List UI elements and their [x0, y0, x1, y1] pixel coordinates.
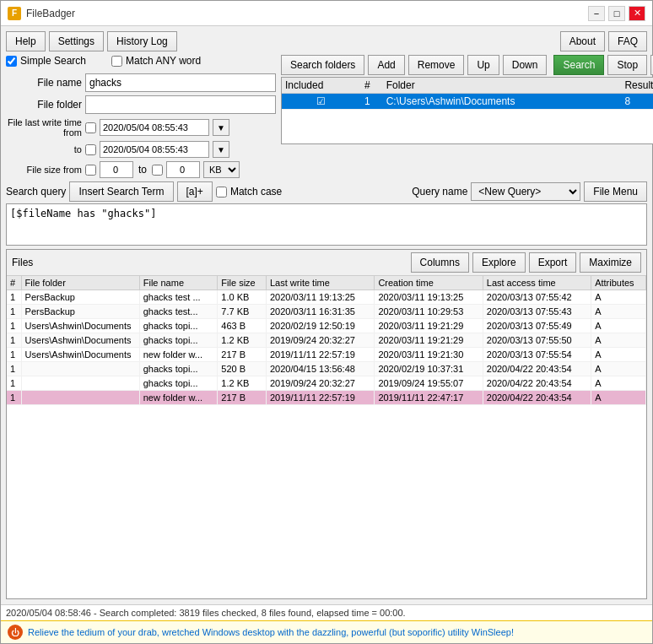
- table-row[interactable]: 1new folder w...217 B2019/11/11 22:57:19…: [7, 391, 646, 405]
- table-cell: [21, 362, 139, 376]
- simple-search-checkbox[interactable]: [6, 56, 17, 67]
- filefolder-row: File folder: [6, 95, 276, 114]
- table-cell: 1: [7, 319, 21, 333]
- filesize-from-checkbox[interactable]: [85, 165, 96, 176]
- search-button[interactable]: Search: [553, 55, 604, 75]
- table-cell: PersBackup: [21, 305, 139, 319]
- table-row[interactable]: 1Users\Ashwin\Documentsghacks topi...1.2…: [7, 333, 646, 348]
- query-name-select[interactable]: <New Query>: [471, 182, 580, 201]
- table-cell: A: [591, 305, 646, 319]
- file-menu-button[interactable]: File Menu: [584, 181, 647, 202]
- table-cell: A: [591, 290, 646, 305]
- table-cell: 520 B: [218, 362, 267, 376]
- search-folders-button[interactable]: Search folders: [281, 55, 364, 75]
- filefolder-input[interactable]: [85, 95, 276, 114]
- lastwrite-to-cal-button[interactable]: ▼: [213, 141, 229, 158]
- app-icon: F: [8, 7, 21, 20]
- folder-section: Search folders Add Remove Up Down Search…: [281, 55, 653, 144]
- table-cell: 463 B: [218, 319, 267, 333]
- filename-input[interactable]: [85, 73, 276, 92]
- table-cell: A: [591, 319, 646, 333]
- down-button[interactable]: Down: [503, 55, 548, 75]
- table-row[interactable]: 1Users\Ashwin\Documentsghacks topi...463…: [7, 319, 646, 333]
- about-button[interactable]: About: [560, 31, 605, 51]
- table-row[interactable]: 1ghacks topi...520 B2020/04/15 13:56:482…: [7, 362, 646, 376]
- filesize-to-label: to: [138, 164, 147, 176]
- table-row[interactable]: 1ghacks topi...1.2 KB2019/09/24 20:32:27…: [7, 376, 646, 391]
- table-cell: ghacks topi...: [139, 376, 218, 391]
- explore-button[interactable]: Explore: [472, 252, 526, 273]
- lastwrite-from-checkbox[interactable]: [85, 122, 96, 133]
- table-cell: [21, 376, 139, 391]
- lastwrite-from-cal-button[interactable]: ▼: [213, 119, 229, 136]
- help-button[interactable]: Help: [6, 31, 46, 51]
- query-textarea[interactable]: [$fileName has "ghacks"]: [6, 203, 647, 246]
- regex-button[interactable]: [a]+: [177, 181, 213, 202]
- match-any-row: Match ANY word: [111, 55, 201, 67]
- table-cell: Users\Ashwin\Documents: [21, 319, 139, 333]
- columns-button[interactable]: Columns: [411, 252, 469, 273]
- filesize-to-input[interactable]: [166, 161, 200, 178]
- faq-button[interactable]: FAQ: [608, 31, 647, 51]
- lastwrite-to-input[interactable]: [100, 141, 209, 158]
- table-cell: PersBackup: [21, 290, 139, 305]
- lastwrite-to-checkbox[interactable]: [85, 144, 96, 155]
- filesize-to-checkbox[interactable]: [152, 165, 163, 176]
- table-cell: 1: [7, 362, 21, 376]
- files-header: Files Columns Explore Export Maximize: [7, 250, 646, 276]
- lastwrite-from-row: File last write time from ▼: [6, 117, 276, 138]
- folder-path-cell: C:\Users\Ashwin\Documents: [383, 94, 622, 110]
- table-cell: new folder w...: [139, 348, 218, 362]
- query-controls-row: Search query Insert Search Term [a]+ Mat…: [6, 181, 647, 202]
- history-log-button[interactable]: History Log: [107, 31, 177, 51]
- search-form-left: Simple Search Match ANY word File name F…: [6, 55, 276, 178]
- maximize-files-button[interactable]: Maximize: [580, 252, 641, 273]
- settings-button[interactable]: Settings: [49, 31, 104, 51]
- close-button[interactable]: ✕: [629, 6, 645, 21]
- table-cell: A: [591, 391, 646, 405]
- match-any-checkbox[interactable]: [111, 56, 122, 67]
- col-attrs: Attributes: [591, 276, 646, 290]
- folder-col-included: Included: [282, 78, 361, 94]
- table-cell: A: [591, 376, 646, 391]
- filesize-unit-select[interactable]: KB B MB GB: [203, 161, 240, 178]
- col-name: File name: [139, 276, 218, 290]
- table-cell: 2020/03/11 19:13:25: [375, 290, 483, 305]
- table-cell: 1.0 KB: [218, 290, 267, 305]
- files-table: # File folder File name File size Last w…: [7, 276, 646, 405]
- table-cell: 2020/03/11 19:21:29: [375, 319, 483, 333]
- table-cell: A: [591, 348, 646, 362]
- table-cell: 2020/04/22 20:43:54: [483, 376, 591, 391]
- lastwrite-from-input[interactable]: [100, 119, 209, 136]
- filesize-from-input[interactable]: [100, 161, 133, 178]
- match-case-checkbox[interactable]: [216, 187, 227, 198]
- content-area: Help Settings History Log About FAQ Simp…: [1, 26, 652, 604]
- remove-folder-button[interactable]: Remove: [408, 55, 465, 75]
- titlebar-controls: − □ ✕: [588, 6, 645, 21]
- query-name-label: Query name: [412, 186, 467, 198]
- table-row[interactable]: 1Users\Ashwin\Documentsnew folder w...21…: [7, 348, 646, 362]
- insert-search-term-button[interactable]: Insert Search Term: [69, 181, 173, 202]
- folder-included-cell: ☑: [282, 94, 361, 110]
- folder-row[interactable]: ☑ 1 C:\Users\Ashwin\Documents 8: [282, 94, 653, 110]
- filename-label: File name: [6, 77, 82, 89]
- filesize-row: File size from to KB B MB GB: [6, 161, 276, 178]
- simple-search-label: Simple Search: [20, 55, 86, 67]
- query-text-container: [$fileName has "ghacks"]: [6, 203, 647, 246]
- up-button[interactable]: Up: [467, 55, 499, 75]
- status-bar: 2020/05/04 08:58:46 - Search completed: …: [1, 604, 652, 620]
- top-buttons-right: About FAQ: [560, 31, 647, 51]
- table-row[interactable]: 1PersBackupghacks test...7.7 KB2020/03/1…: [7, 305, 646, 319]
- table-row[interactable]: 1PersBackupghacks test ...1.0 KB2020/03/…: [7, 290, 646, 305]
- table-cell: ghacks topi...: [139, 362, 218, 376]
- table-cell: 2019/09/24 19:55:07: [375, 376, 483, 391]
- export-button[interactable]: Export: [529, 252, 577, 273]
- table-cell: 1: [7, 376, 21, 391]
- stop-button[interactable]: Stop: [607, 55, 647, 75]
- table-cell: 2019/09/24 20:32:27: [266, 376, 374, 391]
- minimize-button[interactable]: −: [588, 6, 605, 21]
- add-folder-button[interactable]: Add: [368, 55, 404, 75]
- table-cell: 2020/03/11 10:29:53: [375, 305, 483, 319]
- titlebar: F FileBadger − □ ✕: [1, 1, 652, 26]
- maximize-button[interactable]: □: [608, 6, 625, 21]
